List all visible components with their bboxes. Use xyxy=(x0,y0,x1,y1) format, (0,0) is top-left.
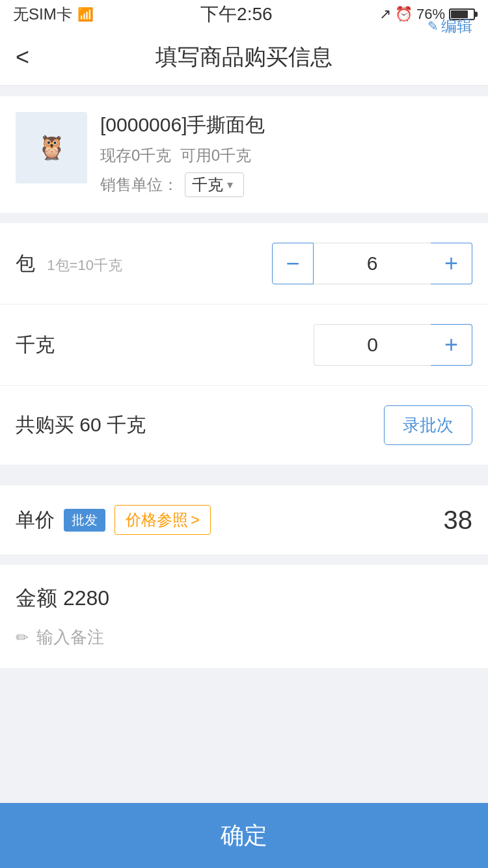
section-divider-1 xyxy=(0,213,488,223)
total-count: 60 xyxy=(79,414,107,435)
kg-quantity-control: + xyxy=(314,324,472,366)
confirm-button[interactable]: 确定 xyxy=(0,803,488,868)
amount-section: 金额 2280 ✏ 输入备注 xyxy=(0,565,488,668)
status-time: 下午2:56 xyxy=(200,2,273,27)
total-section: 共购买 60 千克 录批次 xyxy=(0,386,488,465)
kg-quantity-row: 千克 + xyxy=(0,305,488,386)
status-bar: 无SIM卡 📶 下午2:56 ↗ ⏰ 76% xyxy=(0,0,488,29)
page-title: 填写商品购买信息 xyxy=(156,42,332,72)
bao-label: 包 1包=10千克 xyxy=(16,251,272,277)
amount-label: 金额 xyxy=(16,586,57,610)
kg-label: 千克 xyxy=(16,332,314,359)
notes-row[interactable]: ✏ 输入备注 xyxy=(16,626,472,649)
unit-selector[interactable]: 千克 ▾ xyxy=(185,172,244,197)
kg-plus-button[interactable]: + xyxy=(431,324,472,366)
pencil-icon: ✏ xyxy=(16,629,29,647)
amount-value: 2280 xyxy=(63,586,109,610)
product-stock: 现存0千克 可用0千克 xyxy=(100,145,472,166)
price-label: 单价 xyxy=(16,507,55,534)
price-ref-button[interactable]: 价格参照 > xyxy=(115,505,211,535)
record-batch-button[interactable]: 录批次 xyxy=(384,405,472,445)
edit-icon: ✎ xyxy=(427,18,439,34)
product-card: 🦉 [0000006]手撕面包 现存0千克 可用0千克 销售单位： 千克 ▾ ✎… xyxy=(0,96,488,213)
product-image: 🦉 xyxy=(16,112,87,183)
location-icon: ↗ xyxy=(379,6,391,23)
unit-label: 销售单位： xyxy=(100,174,178,195)
alarm-icon: ⏰ xyxy=(395,6,413,23)
price-ref-arrow: > xyxy=(191,511,200,529)
section-divider-2 xyxy=(0,465,488,475)
nav-bar: < 填写商品购买信息 xyxy=(0,29,488,86)
amount-row: 金额 2280 xyxy=(16,584,472,613)
price-tag: 批发 xyxy=(64,509,105,532)
carrier-text: 无SIM卡 xyxy=(13,4,72,25)
bao-hint: 1包=10千克 xyxy=(47,257,122,273)
status-left: 无SIM卡 📶 xyxy=(13,4,94,25)
kg-quantity-input[interactable] xyxy=(314,324,431,366)
product-unit-row: 销售单位： 千克 ▾ xyxy=(100,172,472,197)
notes-placeholder: 输入备注 xyxy=(36,626,104,649)
bao-quantity-input[interactable] xyxy=(314,243,431,284)
product-logo: 🦉 xyxy=(37,134,66,161)
wifi-icon: 📶 xyxy=(77,7,94,22)
bao-minus-button[interactable]: − xyxy=(272,243,314,284)
bao-plus-button[interactable]: + xyxy=(431,243,472,284)
product-name: [0000006]手撕面包 xyxy=(100,112,472,139)
price-value: 38 xyxy=(444,506,473,535)
price-left: 单价 批发 价格参照 > xyxy=(16,505,211,535)
edit-button[interactable]: ✎ 编辑 xyxy=(427,16,472,36)
total-text: 共购买 60 千克 xyxy=(16,412,146,439)
product-info: [0000006]手撕面包 现存0千克 可用0千克 销售单位： 千克 ▾ xyxy=(100,112,472,197)
unit-dropdown-arrow: ▾ xyxy=(227,178,233,192)
quantity-section: 包 1包=10千克 − + 千克 + xyxy=(0,223,488,386)
bao-quantity-row: 包 1包=10千克 − + xyxy=(0,223,488,305)
price-section: 单价 批发 价格参照 > 38 xyxy=(0,485,488,554)
bao-quantity-control: − + xyxy=(272,243,472,284)
back-button[interactable]: < xyxy=(16,44,29,71)
